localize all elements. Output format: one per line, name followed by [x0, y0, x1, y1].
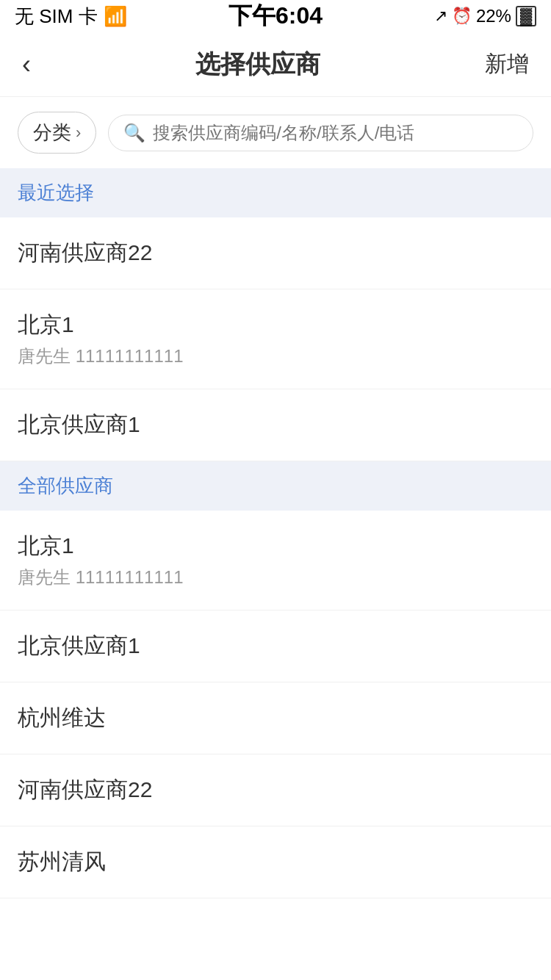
filter-bar: 分类 › 🔍 — [0, 97, 551, 168]
add-button[interactable]: 新增 — [485, 49, 529, 79]
item-detail: 唐先生 11111111111 — [18, 345, 533, 368]
search-icon: 🔍 — [123, 123, 145, 143]
status-indicators: ↗ ⏰ 22% ▓ — [434, 6, 536, 26]
nav-bar: ‹ 选择供应商 新增 — [0, 32, 551, 97]
all-items-list: 北京1唐先生 11111111111北京供应商1杭州维达河南供应商22苏州清风 — [0, 511, 551, 898]
status-carrier: 无 SIM 卡 📶 — [15, 4, 127, 29]
alarm-icon: ⏰ — [452, 7, 472, 26]
item-name: 河南供应商22 — [18, 238, 533, 268]
item-name: 北京1 — [18, 531, 533, 561]
battery-icon: ▓ — [516, 6, 536, 26]
item-name: 北京供应商1 — [18, 410, 533, 440]
recent-section-label: 最近选择 — [18, 181, 94, 203]
battery-percent: 22% — [476, 6, 511, 26]
item-name: 北京1 — [18, 310, 533, 340]
search-input[interactable] — [153, 123, 518, 143]
all-section-label: 全部供应商 — [18, 475, 113, 497]
list-item[interactable]: 河南供应商22 — [0, 754, 551, 826]
location-icon: ↗ — [434, 7, 447, 26]
list-item[interactable]: 北京供应商1 — [0, 610, 551, 682]
category-button[interactable]: 分类 › — [18, 112, 96, 154]
list-item[interactable]: 河南供应商22 — [0, 217, 551, 289]
all-section-header: 全部供应商 — [0, 461, 551, 511]
list-item[interactable]: 北京1唐先生 11111111111 — [0, 511, 551, 610]
item-name: 河南供应商22 — [18, 775, 533, 805]
back-button[interactable]: ‹ — [22, 49, 31, 80]
recent-items-list: 河南供应商22北京1唐先生 11111111111北京供应商1 — [0, 217, 551, 461]
chevron-right-icon: › — [76, 123, 81, 143]
item-name: 北京供应商1 — [18, 631, 533, 661]
wifi-icon: 📶 — [104, 5, 127, 28]
list-item[interactable]: 北京供应商1 — [0, 389, 551, 461]
list-item[interactable]: 苏州清风 — [0, 826, 551, 898]
page-title: 选择供应商 — [195, 48, 320, 82]
list-item[interactable]: 北京1唐先生 11111111111 — [0, 289, 551, 389]
list-item[interactable]: 杭州维达 — [0, 682, 551, 754]
status-time: 下午6:04 — [228, 0, 323, 32]
search-box[interactable]: 🔍 — [108, 115, 533, 151]
recent-section-header: 最近选择 — [0, 168, 551, 217]
item-name: 杭州维达 — [18, 703, 533, 733]
item-detail: 唐先生 11111111111 — [18, 566, 533, 589]
item-name: 苏州清风 — [18, 847, 533, 877]
status-bar: 无 SIM 卡 📶 下午6:04 ↗ ⏰ 22% ▓ — [0, 0, 551, 32]
